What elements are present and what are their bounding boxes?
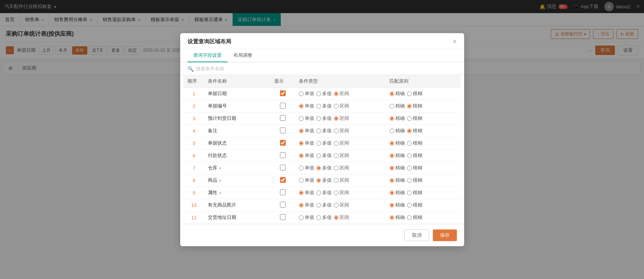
match-option-模糊[interactable]: 模糊 bbox=[407, 90, 422, 97]
cell-name: 备注 bbox=[204, 125, 270, 137]
cell-order: 6 bbox=[184, 149, 205, 162]
show-checkbox-11[interactable] bbox=[280, 214, 286, 220]
cell-type: 单值多值区间 bbox=[295, 125, 386, 137]
table-row: 5单据状态单值多值区间精确模糊 bbox=[184, 137, 461, 149]
show-checkbox-5[interactable] bbox=[280, 140, 286, 146]
show-checkbox-6[interactable] bbox=[280, 152, 286, 158]
th-type: 条件类型 bbox=[295, 75, 386, 88]
match-option-精确[interactable]: 精确 bbox=[390, 90, 405, 97]
cell-match: 精确模糊 bbox=[386, 112, 460, 125]
cell-match: 精确模糊 bbox=[386, 100, 460, 112]
show-checkbox-7[interactable] bbox=[280, 165, 286, 170]
show-checkbox-10[interactable] bbox=[280, 202, 286, 208]
cell-order: 5 bbox=[184, 137, 205, 149]
type-option-多值[interactable]: 多值 bbox=[316, 165, 332, 171]
match-option-精确[interactable]: 精确 bbox=[390, 177, 405, 184]
match-option-精确[interactable]: 精确 bbox=[390, 189, 405, 196]
cell-type: 单值多值区间 bbox=[295, 149, 386, 162]
table-row: 6付款状态单值多值区间精确模糊 bbox=[184, 149, 461, 162]
match-option-精确[interactable]: 精确 bbox=[390, 140, 405, 146]
type-option-多值[interactable]: 多值 bbox=[316, 90, 332, 97]
type-option-单值[interactable]: 单值 bbox=[299, 115, 314, 122]
cell-name: 有无商品图片 bbox=[204, 199, 270, 211]
cancel-button[interactable]: 取消 bbox=[404, 229, 429, 241]
show-checkbox-8[interactable] bbox=[280, 177, 286, 183]
type-option-区间[interactable]: 区间 bbox=[334, 115, 349, 122]
type-option-多值[interactable]: 多值 bbox=[316, 202, 332, 208]
dialog-close-btn[interactable]: × bbox=[453, 38, 457, 45]
type-option-区间[interactable]: 区间 bbox=[334, 165, 349, 171]
table-row: 2单据编号单值多值区间精确模糊 bbox=[184, 100, 461, 112]
arrow-down-icon[interactable]: ∨ bbox=[219, 178, 221, 182]
search-input[interactable] bbox=[196, 66, 457, 71]
type-option-多值[interactable]: 多值 bbox=[316, 140, 332, 146]
type-option-单值[interactable]: 单值 bbox=[299, 177, 314, 184]
type-option-多值[interactable]: 多值 bbox=[316, 127, 332, 134]
type-option-单值[interactable]: 单值 bbox=[299, 202, 314, 208]
cell-match: 精确模糊 bbox=[386, 199, 460, 211]
cell-show bbox=[270, 87, 295, 100]
save-button[interactable]: 保存 bbox=[433, 229, 457, 241]
match-option-模糊[interactable]: 模糊 bbox=[407, 103, 422, 109]
type-option-多值[interactable]: 多值 bbox=[316, 103, 332, 109]
cell-show bbox=[270, 199, 295, 211]
type-option-单值[interactable]: 单值 bbox=[299, 103, 314, 109]
type-option-区间[interactable]: 区间 bbox=[334, 189, 349, 196]
match-option-精确[interactable]: 精确 bbox=[390, 103, 405, 109]
match-option-模糊[interactable]: 模糊 bbox=[407, 152, 422, 159]
match-option-模糊[interactable]: 模糊 bbox=[407, 127, 422, 134]
type-option-多值[interactable]: 多值 bbox=[316, 177, 332, 184]
cell-name: 属性∨ bbox=[204, 186, 270, 199]
type-option-区间[interactable]: 区间 bbox=[334, 214, 349, 221]
type-option-多值[interactable]: 多值 bbox=[316, 115, 332, 122]
type-option-单值[interactable]: 单值 bbox=[299, 189, 314, 196]
cell-type: 单值多值区间 bbox=[295, 87, 386, 100]
match-option-模糊[interactable]: 模糊 bbox=[407, 202, 422, 208]
type-option-区间[interactable]: 区间 bbox=[334, 177, 349, 184]
match-option-精确[interactable]: 精确 bbox=[390, 152, 405, 159]
cell-type: 单值多值区间 bbox=[295, 199, 386, 211]
type-option-区间[interactable]: 区间 bbox=[334, 202, 349, 208]
type-option-区间[interactable]: 区间 bbox=[334, 90, 349, 97]
show-checkbox-4[interactable] bbox=[280, 127, 286, 133]
type-option-区间[interactable]: 区间 bbox=[334, 140, 349, 146]
match-option-精确[interactable]: 精确 bbox=[390, 214, 405, 221]
show-checkbox-1[interactable] bbox=[280, 90, 286, 96]
type-option-单值[interactable]: 单值 bbox=[299, 152, 314, 159]
search-icon: 🔍 bbox=[187, 66, 194, 72]
arrow-down-icon[interactable]: ∨ bbox=[219, 166, 221, 170]
dialog-tab-layout[interactable]: 布局调整 bbox=[228, 49, 258, 62]
type-option-区间[interactable]: 区间 bbox=[334, 152, 349, 159]
dialog-tab-fields[interactable]: 查询字段设置 bbox=[187, 49, 228, 62]
match-option-模糊[interactable]: 模糊 bbox=[407, 140, 422, 146]
match-option-模糊[interactable]: 模糊 bbox=[407, 189, 422, 196]
match-option-精确[interactable]: 精确 bbox=[390, 115, 405, 122]
show-checkbox-2[interactable] bbox=[280, 103, 286, 109]
type-option-多值[interactable]: 多值 bbox=[316, 189, 332, 196]
match-option-模糊[interactable]: 模糊 bbox=[407, 165, 422, 171]
match-option-精确[interactable]: 精确 bbox=[390, 165, 405, 171]
match-option-模糊[interactable]: 模糊 bbox=[407, 115, 422, 122]
type-option-区间[interactable]: 区间 bbox=[334, 103, 349, 109]
cell-type: 单值多值区间 bbox=[295, 174, 386, 186]
dialog-table-wrap: 顺序 条件名称 显示 条件类型 匹配原则 1单据日期单值多值区间精确模糊2单据编… bbox=[184, 75, 461, 224]
type-option-单值[interactable]: 单值 bbox=[299, 127, 314, 134]
type-option-单值[interactable]: 单值 bbox=[299, 214, 314, 221]
cell-order: 8 bbox=[184, 174, 205, 186]
type-option-区间[interactable]: 区间 bbox=[334, 127, 349, 134]
match-option-精确[interactable]: 精确 bbox=[390, 202, 405, 208]
type-option-单值[interactable]: 单值 bbox=[299, 140, 314, 146]
type-option-多值[interactable]: 多值 bbox=[316, 152, 332, 159]
cell-order: 9 bbox=[184, 186, 205, 199]
show-checkbox-9[interactable] bbox=[280, 189, 286, 195]
match-option-模糊[interactable]: 模糊 bbox=[407, 177, 422, 184]
type-option-单值[interactable]: 单值 bbox=[299, 165, 314, 171]
match-option-模糊[interactable]: 模糊 bbox=[407, 214, 422, 221]
match-option-精确[interactable]: 精确 bbox=[390, 127, 405, 134]
show-checkbox-3[interactable] bbox=[280, 115, 286, 121]
cell-order: 7 bbox=[184, 162, 205, 174]
type-option-多值[interactable]: 多值 bbox=[316, 214, 332, 221]
cell-name: 交货地址日期 bbox=[204, 211, 270, 224]
arrow-down-icon[interactable]: ∨ bbox=[219, 191, 221, 195]
type-option-单值[interactable]: 单值 bbox=[299, 90, 314, 97]
